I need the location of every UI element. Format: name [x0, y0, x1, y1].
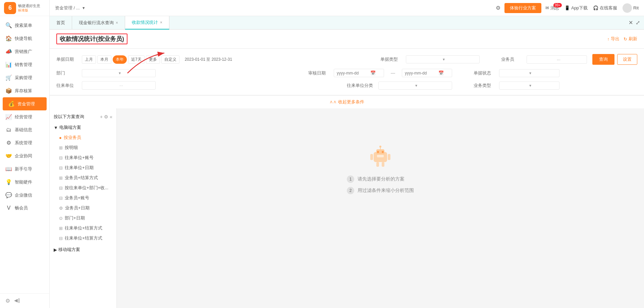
main-area: 资金管理 / ... ▾ ⚙ 体验行业方案 ✉ 消息 99+ 📱 App下载 🎧…	[50, 0, 644, 308]
app-logo-text: 畅捷通好生意 标准版	[18, 3, 40, 12]
member-icon: V	[5, 205, 12, 211]
dept-select[interactable]: ▾	[82, 69, 156, 77]
sidebar-settings-icon[interactable]: ⚙	[5, 298, 10, 304]
sidebar-item-purchase[interactable]: 🛒采购管理	[0, 71, 49, 84]
scheme-item-按业务员[interactable]: ●按业务员	[50, 133, 116, 143]
scheme-group-title-电脑端方案[interactable]: ▼电脑端方案	[50, 122, 116, 133]
warehouse-icon: 📦	[5, 88, 12, 94]
sidebar-label-quicknav: 快捷导航	[15, 36, 32, 42]
scheme-group-移动端方案: ▶移动端方案	[50, 245, 116, 255]
scheme-item-label: 往来单位+日期	[65, 165, 94, 171]
breadcrumb-dropdown-icon[interactable]: ▾	[83, 5, 85, 10]
tab-home[interactable]: 首页	[50, 16, 72, 30]
tab-bank[interactable]: 现金银行流水查询×	[72, 16, 125, 30]
scheme-item-label: 按明细	[65, 145, 78, 151]
salesman-select[interactable]: ···	[527, 55, 587, 64]
collapse-more-button[interactable]: ∧∧ 收起更多条件	[50, 95, 644, 108]
trial-button[interactable]: 体验行业方案	[504, 3, 541, 13]
tabbar-close-btn[interactable]: ✕	[629, 19, 633, 26]
audit-date-start[interactable]: 📅	[334, 69, 384, 77]
user-avatar[interactable]: Rit	[623, 3, 639, 13]
scheme-item-往来单位+结算方式[interactable]: ⊞往来单位+结算方式	[50, 223, 116, 233]
scheme-item-icon: ⊟	[59, 155, 63, 160]
date-btn-自定义[interactable]: 自定义	[161, 55, 179, 64]
scheme-item-部门+日期[interactable]: ⊙部门+日期	[50, 213, 116, 223]
topbar-settings-icon[interactable]: ⚙	[496, 5, 500, 11]
messages-button[interactable]: ✉ 消息 99+	[545, 5, 559, 11]
audit-date-start-input[interactable]	[337, 71, 370, 75]
scheme-header: 按以下方案查询 + ⚙ «	[50, 111, 116, 122]
counterpart-category-select[interactable]: ▾	[378, 82, 452, 90]
scheme-item-按明细[interactable]: ⊞按明细	[50, 143, 116, 153]
tab-close-bank[interactable]: ×	[116, 20, 118, 25]
tab-close-collection[interactable]: ×	[160, 20, 162, 25]
page-header: 收款情况统计(按业务员) ↑ 导出 ↻ 刷新	[50, 30, 644, 49]
date-btn-上月[interactable]: 上月	[82, 55, 96, 64]
date-btn-本年[interactable]: 本年	[113, 55, 127, 64]
content-area: 收款情况统计(按业务员) ↑ 导出 ↻ 刷新 单据日期 上月本月本年近7天更多自…	[50, 30, 644, 308]
sidebar-item-wechat[interactable]: 💬企业微信	[0, 189, 49, 202]
setting-button[interactable]: 设置	[617, 54, 637, 65]
sidebar-label-member: 畅会员	[15, 205, 28, 211]
scheme-item-业务员+账号[interactable]: ⊟业务员+账号	[50, 193, 116, 203]
tab-label-home: 首页	[56, 20, 65, 26]
sidebar: 6 畅捷通好生意 标准版 🔍搜索菜单🏠快捷导航📣营销推广📊销售管理🛒采购管理📦库…	[0, 0, 50, 308]
export-icon: ↑	[607, 37, 610, 42]
scheme-item-业务员+结算方式[interactable]: ⊞业务员+结算方式	[50, 173, 116, 183]
svg-rect-9	[376, 162, 379, 167]
voucher-type-select[interactable]: ▾	[406, 55, 480, 63]
sidebar-item-guide[interactable]: 📖新手引导	[0, 162, 49, 175]
scheme-item-往来单位+结算方式[interactable]: ⊟往来单位+结算方式	[50, 233, 116, 243]
scheme-item-往来单位+账号[interactable]: ⊟往来单位+账号	[50, 153, 116, 163]
scheme-add-icon[interactable]: +	[100, 114, 103, 119]
empty-hint: 1 请先选择要分析的方案 2 用过滤条件来缩小分析范围	[347, 142, 414, 194]
export-button[interactable]: ↑ 导出	[607, 36, 620, 42]
audit-date-end-input[interactable]	[405, 71, 438, 75]
date-btn-更多[interactable]: 更多	[146, 55, 160, 64]
sidebar-item-warehouse[interactable]: 📦库存核算	[0, 84, 49, 97]
sidebar-item-corp[interactable]: 🤝企业协同	[0, 149, 49, 162]
topbar-right: ✉ 消息 99+ 📱 App下载 🎧 在线客服 Rit	[545, 3, 639, 13]
breadcrumb-text: 资金管理 / ...	[55, 5, 80, 11]
scheme-item-往来单位+日期[interactable]: ⊟往来单位+日期	[50, 163, 116, 173]
refresh-icon: ↻	[624, 37, 627, 42]
query-button[interactable]: 查询	[592, 54, 614, 65]
sidebar-item-hardware[interactable]: 💡智能硬件	[0, 175, 49, 189]
counterpart-select[interactable]: ···	[82, 81, 156, 90]
sidebar-item-finance[interactable]: 💰资金管理	[3, 97, 47, 110]
counterpart-category-label: 往来单位分类	[347, 83, 373, 89]
scheme-item-业务员+日期[interactable]: ⚙业务员+日期	[50, 203, 116, 213]
sidebar-item-sales[interactable]: 📊销售管理	[0, 58, 49, 71]
sidebar-item-quicknav[interactable]: 🏠快捷导航	[0, 32, 49, 45]
app-download-button[interactable]: 📱 App下载	[565, 5, 588, 11]
sidebar-item-basicinfo[interactable]: 🗂基础信息	[0, 123, 49, 136]
audit-date-end[interactable]: 📅	[402, 69, 452, 77]
sidebar-item-member[interactable]: V畅会员	[0, 202, 49, 214]
scheme-item-label: 按业务员	[64, 135, 81, 141]
sidebar-item-marketing[interactable]: 📣营销推广	[0, 45, 49, 58]
scheme-item-按往来单位+部门+收...[interactable]: ⊟按往来单位+部门+收...	[50, 183, 116, 193]
refresh-button[interactable]: ↻ 刷新	[624, 36, 637, 42]
business-type-select[interactable]: ▾	[499, 82, 559, 90]
sidebar-item-operations[interactable]: 📈经营管理	[0, 110, 49, 123]
app-logo-icon: 6	[4, 2, 16, 14]
page-header-actions: ↑ 导出 ↻ 刷新	[607, 36, 638, 42]
date-btn-近7天[interactable]: 近7天	[128, 55, 145, 64]
sidebar-collapse-icon[interactable]: ◀‖	[14, 298, 20, 304]
scheme-setting-icon[interactable]: ⚙	[104, 114, 108, 119]
scheme-group-title-移动端方案[interactable]: ▶移动端方案	[50, 245, 116, 255]
scheme-item-label: 往来单位+结算方式	[65, 225, 102, 231]
sidebar-item-search[interactable]: 🔍搜索菜单	[0, 19, 49, 32]
filter-row-2: 部门 ▾ 审核日期 📅 — 📅 单据状态	[56, 69, 637, 77]
sidebar-item-system[interactable]: ⚙系统管理	[0, 136, 49, 149]
tab-collection[interactable]: 收款情况统计×	[125, 16, 169, 30]
voucher-status-select[interactable]: ▾	[499, 69, 559, 77]
dept-arrow: ▾	[119, 71, 153, 75]
scheme-collapse-icon[interactable]: «	[110, 114, 112, 119]
tabbar-expand-btn[interactable]: ⤢	[636, 19, 640, 26]
scheme-item-label: 业务员+结算方式	[65, 175, 98, 181]
online-service-button[interactable]: 🎧 在线客服	[593, 5, 617, 11]
group-arrow-icon: ▼	[54, 125, 58, 130]
date-btn-本月[interactable]: 本月	[97, 55, 111, 64]
service-icon: 🎧	[593, 5, 598, 10]
